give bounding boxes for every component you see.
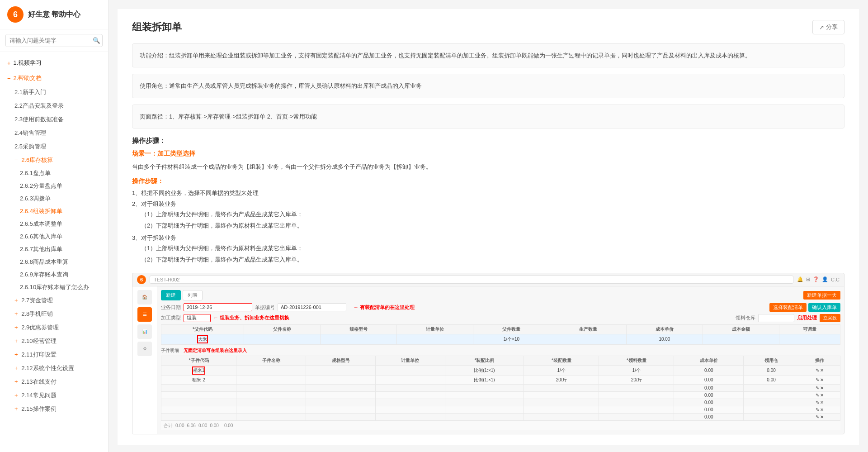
- ss-date-input[interactable]: [184, 303, 252, 311]
- ss-bottom-row-3: 0.00✎ ✕: [161, 384, 840, 391]
- ss-nav-chart: 📊: [137, 324, 152, 339]
- sidebar-item-269[interactable]: 2.6.9库存账本查询: [0, 268, 108, 281]
- page-title: 组装拆卸单: [132, 20, 182, 34]
- ss-top-table-header: *父件代码 父件名称 规格型号 计量单位 父件数量 生产数量 成本单价 成本金额…: [161, 324, 840, 334]
- main-inner: 组装拆卸单 ↗ 分享 功能介绍：组装拆卸单用来处理企业组装或拆卸等加工业务，支持…: [118, 9, 859, 445]
- ss-cell-pqty: 1/个×10: [473, 334, 550, 344]
- ss-top-table-section: *父件代码 父件名称 规格型号 计量单位 父件数量 生产数量 成本单价 成本金额…: [161, 324, 840, 345]
- ss-icons: 🔔 ⊞ ❓ 👤 C.C: [797, 276, 840, 282]
- ss-confirm-btn[interactable]: 确认入库单: [808, 303, 840, 312]
- ss-type-input[interactable]: [184, 314, 211, 322]
- ss-col-cost-amt: 成本金额: [703, 324, 779, 334]
- ss-cell-aqty: [779, 334, 840, 344]
- ss-bcol-unit: 计量单位: [376, 356, 445, 365]
- ss-top-table: *父件代码 父件名称 规格型号 计量单位 父件数量 生产数量 成本单价 成本金额…: [161, 324, 840, 345]
- sidebar-item-263[interactable]: 2.6.3调拨单: [0, 192, 108, 205]
- sidebar-item-install[interactable]: 2.2产品安装及登录: [0, 99, 108, 113]
- user-role-block: 使用角色：通常由生产人员或库管人员完成拆装业务的操作，库管人员确认原材料的出库和…: [132, 74, 844, 98]
- ss-icon-bell: 🔔: [797, 276, 803, 282]
- sidebar-item-266[interactable]: 2.6.6其他入库单: [0, 230, 108, 243]
- ss-bottom-table-header: *子件代码 子件名称 规格型号 计量单位 *装配比例 *装配数量 *领料数量 成…: [161, 356, 840, 365]
- ss-bottom-table-label: 子件明细: [161, 347, 179, 354]
- ss-b2-ratio: 比例(1:×1): [445, 376, 524, 384]
- sidebar: 6 好生意 帮助中心 🔍 + 1.视频学习 − 2.帮助文档 2.1新手入门 2…: [0, 0, 108, 452]
- feature-intro-text: 功能介绍：组装拆卸单用来处理企业组装或拆卸等加工业务，支持有固定装配清单的产品加…: [140, 52, 751, 59]
- share-button[interactable]: ↗ 分享: [812, 20, 844, 34]
- ss-tab-list[interactable]: 列表: [183, 290, 203, 300]
- inventory-children: 2.6.1盘点单 2.6.2分量盘点单 2.6.3调拨单 2.6.4组装拆卸单 …: [0, 167, 108, 294]
- scene1-desc: 当由多个子件材料组装成一个成品的业务为【组装】业务，当由一个父件拆分成多个子产品…: [132, 162, 844, 173]
- ss-footer-v4: 0.00: [210, 423, 218, 428]
- ss-b2-wh: 0.00: [744, 376, 799, 384]
- sidebar-item-finance[interactable]: + 2.7资金管理: [0, 294, 108, 307]
- search-box: 🔍: [0, 29, 108, 52]
- step3-sub1: （1）上部明细为父件明细，最终作为原材料生成某它出库单；: [132, 243, 844, 254]
- sidebar-item-mobile[interactable]: + 2.8手机旺铺: [0, 307, 108, 321]
- main-content: 组装拆卸单 ↗ 分享 功能介绍：组装拆卸单用来处理企业组装或拆卸等加工业务，支持…: [108, 0, 868, 452]
- sidebar-item-new[interactable]: 2.1新手入门: [0, 86, 108, 99]
- sidebar-item-cases[interactable]: + 2.15操作案例: [0, 402, 108, 416]
- sidebar-item-265[interactable]: 2.6.5成本调整单: [0, 218, 108, 230]
- share-icon: ↗: [819, 24, 824, 31]
- step2-sub1: （1）上部明细为父件明细，最终作为产成品生成某它入库单；: [132, 209, 844, 220]
- ss-col-unit: 计量单位: [397, 324, 473, 334]
- ss-select-bom-btn[interactable]: 选择装配清单: [769, 303, 807, 312]
- page-header: 组装拆卸单 ↗ 分享: [132, 20, 844, 34]
- sidebar-item-2610[interactable]: 2.6.10库存账本错了怎么办: [0, 281, 108, 294]
- screenshot: 6 TEST-H002 🔔 ⊞ ❓ 👤 C.C 🏠 ☰ 📊: [132, 273, 844, 434]
- ss-cell-prodqty: [550, 334, 626, 344]
- ss-col-adj-qty: 可调量: [779, 324, 840, 334]
- ss-cell-parent-code: 大米: [161, 334, 244, 344]
- sidebar-item-faq[interactable]: + 2.14常见问题: [0, 389, 108, 402]
- sidebar-header: 6 好生意 帮助中心: [0, 0, 108, 29]
- ss-logo: 6: [137, 275, 146, 284]
- ss-bcol-spec: 规格型号: [306, 356, 376, 365]
- ss-b2-op: ✎ ✕: [799, 376, 840, 384]
- sidebar-item-purchase[interactable]: 2.5采购管理: [0, 140, 108, 153]
- sidebar-item-267[interactable]: 2.6.7其他出库单: [0, 243, 108, 256]
- search-button[interactable]: 🔍: [89, 34, 103, 47]
- ss-b1-name: [236, 365, 306, 376]
- ss-bottom-row-5: 0.00✎ ✕: [161, 399, 840, 406]
- ss-process-btn[interactable]: 立采数: [820, 314, 840, 322]
- sidebar-item-inventory[interactable]: − 2.6库存核算: [0, 153, 108, 167]
- ss-tab-new[interactable]: 新建: [161, 290, 181, 300]
- sidebar-item-print[interactable]: + 2.11打印设置: [0, 348, 108, 362]
- ss-no-label: 单据编号: [255, 304, 275, 311]
- ss-warehouse-input[interactable]: [758, 314, 794, 322]
- ss-b1-op: ✎ ✕: [799, 365, 840, 376]
- sidebar-item-docs[interactable]: − 2.帮助文档: [0, 71, 108, 86]
- ss-col-parent-qty: 父件数量: [473, 324, 550, 334]
- search-input[interactable]: [6, 34, 89, 47]
- ss-icon-apps: ⊞: [806, 276, 810, 282]
- ss-footer-v1: 0.00: [175, 423, 184, 428]
- ss-cell-unit: [397, 334, 473, 344]
- sidebar-item-261[interactable]: 2.6.1盘点单: [0, 167, 108, 180]
- sidebar-item-268[interactable]: 2.6.8商品成本重算: [0, 256, 108, 268]
- ss-no-input[interactable]: [278, 303, 346, 311]
- ss-footer-total-label: 合计: [164, 423, 173, 429]
- sidebar-item-sales[interactable]: 2.4销售管理: [0, 126, 108, 140]
- ss-bcol-code: *子件代码: [161, 356, 236, 365]
- ss-new-order-btn[interactable]: 新建单据一天: [803, 291, 840, 300]
- ss-cell-parent-name: [244, 334, 320, 344]
- ss-b1-wh: 0.00: [744, 365, 799, 376]
- sidebar-item-payment[interactable]: + 2.13在线支付: [0, 375, 108, 389]
- ss-col-prod-qty: 生产数量: [550, 324, 626, 334]
- bottom-table-header-row: 子件明细 无固定清单可在组装在这里录入: [161, 347, 840, 354]
- sidebar-item-264[interactable]: 2.6.4组装拆卸单: [0, 205, 108, 218]
- ss-icon-more: C.C: [831, 277, 840, 282]
- ss-cell-cprice: 10.00: [626, 334, 703, 344]
- sidebar-item-ops[interactable]: + 2.10经营管理: [0, 334, 108, 348]
- ss-nav-home: 🏠: [137, 290, 152, 305]
- sidebar-item-video[interactable]: + 1.视频学习: [0, 56, 108, 70]
- ss-b1-assqty: 1/个: [524, 365, 599, 376]
- ss-nav-settings: ⚙: [137, 342, 152, 356]
- ss-footer: 合计 0.00 6.06 0.00 0.00 0.00: [161, 421, 840, 430]
- sidebar-item-customize[interactable]: + 2.12系统个性化设置: [0, 362, 108, 375]
- ss-bcol-name: 子件名称: [236, 356, 306, 365]
- sidebar-item-262[interactable]: 2.6.2分量盘点单: [0, 180, 108, 192]
- sidebar-item-data[interactable]: 2.3使用前数据准备: [0, 113, 108, 126]
- ss-main-area: 新建 列表 新建单据一天 业务日期: [157, 286, 844, 434]
- sidebar-item-coupon[interactable]: + 2.9优惠券管理: [0, 321, 108, 334]
